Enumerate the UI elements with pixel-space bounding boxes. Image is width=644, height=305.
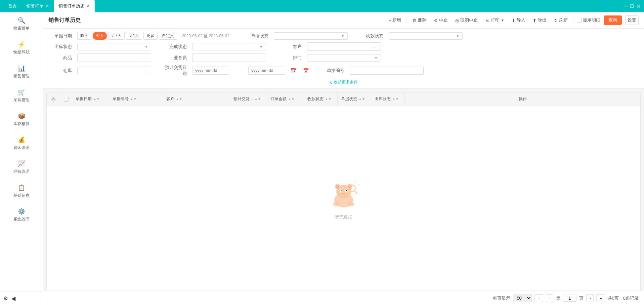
receipt-status-chevron: ▼	[456, 34, 460, 38]
goods-input[interactable]: ...	[77, 53, 151, 62]
collapse-row[interactable]: ∧ 收起更多条件	[48, 79, 639, 85]
cancel-stop-button[interactable]: ◎ 取消中止	[453, 16, 480, 25]
date-shortcut-1month[interactable]: 近1月	[126, 32, 142, 40]
customer-ellipsis[interactable]: ...	[372, 44, 378, 49]
department-select[interactable]: ▼	[307, 54, 381, 62]
delete-button[interactable]: 🗑 删除	[410, 16, 429, 25]
show-detail-toggle[interactable]: 显示明细	[577, 17, 600, 23]
calendar-icon-to[interactable]: 📅	[303, 68, 309, 73]
svg-point-17	[348, 202, 354, 206]
th-delivery[interactable]: 预计交货... ▲▼	[230, 92, 267, 106]
th-customer[interactable]: 客户 ▲▼	[163, 92, 230, 106]
divider-1	[406, 17, 407, 23]
goods-ellipsis[interactable]: ...	[142, 55, 148, 60]
customer-input[interactable]: ...	[307, 42, 381, 51]
order-number-input[interactable]	[350, 67, 424, 75]
th-date[interactable]: 单据日期 ▲▼	[72, 92, 109, 106]
main-layout: 🔍 搜索菜单 ⚡ 快捷导航 📊 销售管理 🛒 采购管理 📦 库存核算 💰 资金管…	[0, 12, 644, 305]
refresh-icon: ↻	[554, 18, 558, 23]
print-label: 打印	[491, 17, 500, 23]
delivery-date-from[interactable]	[192, 67, 229, 75]
window-minimize-btn[interactable]: ─	[624, 3, 628, 9]
th-receipt-status[interactable]: 收款状态 ▲▼	[304, 92, 338, 106]
filter-area: 单据日期 昨天 今天 近7天 近1月 更多 自定义 2023-06-02 至 2…	[43, 29, 644, 89]
next-page-btn[interactable]: ›	[586, 294, 594, 302]
date-shortcut-yesterday[interactable]: 昨天	[77, 32, 91, 40]
sidebar-item-sales-mgmt-label: 销售管理	[13, 73, 30, 79]
stop-button[interactable]: ⊘ 中止	[432, 16, 450, 25]
sidebar-item-basic-info[interactable]: 📋 基础信息	[0, 179, 43, 203]
date-shortcut-more[interactable]: 更多	[143, 32, 158, 40]
sidebar-item-fund-mgmt-label: 资金管理	[13, 145, 30, 151]
home-tab-label: 首页	[8, 3, 17, 9]
sidebar-settings-icon[interactable]: ⚙	[3, 295, 8, 302]
tab-sales-order[interactable]: 销售订单 ✕	[22, 0, 54, 12]
sidebar-item-purchase-mgmt[interactable]: 🛒 采购管理	[0, 84, 43, 108]
th-outbound-status[interactable]: 出库状态 ▲▼	[371, 92, 405, 106]
export-button[interactable]: ⬆ 导出	[531, 16, 549, 25]
new-button[interactable]: + 新增	[387, 16, 403, 25]
completion-status-chevron: ▼	[259, 45, 263, 49]
th-gear[interactable]	[47, 92, 60, 106]
per-page-select[interactable]: 50 20 100 200	[513, 294, 532, 302]
show-detail-checkbox	[577, 18, 582, 23]
sidebar-item-quick-nav[interactable]: ⚡ 快捷导航	[0, 36, 43, 60]
warehouse-input[interactable]: ...	[77, 67, 151, 75]
sidebar-item-ops-mgmt[interactable]: 📈 经营管理	[0, 155, 43, 179]
tab-sales-order-history-close[interactable]: ✕	[87, 4, 90, 8]
th-amount[interactable]: 订单金额 ▲▼	[267, 92, 304, 106]
page-word: 第	[556, 295, 560, 301]
calendar-icon-from[interactable]: 📅	[291, 68, 296, 73]
export-label: 导出	[538, 17, 547, 23]
ops-mgmt-icon: 📈	[18, 160, 25, 167]
receipt-status-select[interactable]: ▼	[389, 32, 463, 40]
window-controls: ─ □ ✕	[624, 3, 641, 9]
salesperson-ellipsis[interactable]: ...	[257, 55, 263, 60]
sidebar-item-sys-mgmt[interactable]: ⚙️ 系统管理	[0, 203, 43, 227]
query-button[interactable]: 查询	[604, 15, 622, 25]
import-button[interactable]: ⬇ 导入	[510, 16, 527, 25]
delivery-date-to[interactable]	[248, 67, 285, 75]
page-number-input[interactable]	[563, 295, 576, 302]
sidebar-item-inventory-check-label: 库存核算	[13, 121, 30, 127]
delivery-date-label: 预计交货日期	[163, 65, 187, 77]
sidebar-item-sales-mgmt[interactable]: 📊 销售管理	[0, 60, 43, 84]
sidebar-item-fund-mgmt[interactable]: 💰 资金管理	[0, 131, 43, 155]
date-shortcut-today[interactable]: 今天	[93, 32, 107, 40]
tab-home[interactable]: 首页	[3, 0, 22, 12]
salesperson-input[interactable]: ...	[192, 53, 266, 62]
sidebar-item-basic-info-label: 基础信息	[13, 193, 30, 198]
completion-status-select[interactable]: ▼	[192, 43, 266, 50]
th-number[interactable]: 单据编号 ▲▼	[109, 92, 163, 106]
th-checkbox[interactable]	[60, 92, 72, 106]
th-customer-sort: ▲▼	[176, 97, 182, 101]
tab-sales-order-close[interactable]: ✕	[46, 4, 49, 8]
sidebar-item-search-menu[interactable]: 🔍 搜索菜单	[0, 12, 43, 36]
department-label: 部门	[278, 55, 302, 61]
delete-icon: 🗑	[412, 18, 417, 23]
filter-row-3: 商品 ... 业务员 ... 部门 ▼	[48, 53, 639, 62]
window-close-btn[interactable]: ✕	[636, 3, 641, 9]
empty-illustration	[324, 177, 364, 210]
svg-point-13	[343, 193, 345, 194]
search-menu-icon: 🔍	[18, 17, 25, 24]
tab-sales-order-history[interactable]: 销售订单历史 ✕	[54, 0, 95, 12]
th-operations: 操作	[405, 92, 640, 106]
refresh-button[interactable]: ↻ 刷新	[552, 16, 570, 25]
sidebar-item-inventory-check[interactable]: 📦 库存核算	[0, 108, 43, 131]
warehouse-ellipsis[interactable]: ...	[142, 68, 148, 73]
sidebar-collapse-icon[interactable]: ◀	[11, 295, 15, 302]
th-order-status[interactable]: 单据状态 ▲▼	[338, 92, 371, 106]
pagination: 每页显示 50 20 100 200 « ‹ 第 页 › » 共0页，0条记录	[43, 291, 644, 305]
settings-button[interactable]: 设置	[625, 15, 639, 25]
order-status-select[interactable]: ▼	[274, 32, 348, 40]
first-page-btn[interactable]: «	[534, 294, 543, 302]
outbound-status-select[interactable]: ▼	[77, 43, 151, 50]
last-page-btn[interactable]: »	[596, 294, 605, 302]
window-maximize-btn[interactable]: □	[630, 3, 634, 9]
date-shortcut-custom[interactable]: 自定义	[159, 32, 177, 40]
date-shortcut-7days[interactable]: 近7天	[108, 32, 125, 40]
print-button[interactable]: 🖨 打印 ▼	[483, 16, 506, 25]
date-input-wrap: 昨天 今天 近7天 近1月 更多 自定义 2023-06-02 至 2023-0…	[77, 32, 229, 40]
prev-page-btn[interactable]: ‹	[546, 294, 553, 302]
